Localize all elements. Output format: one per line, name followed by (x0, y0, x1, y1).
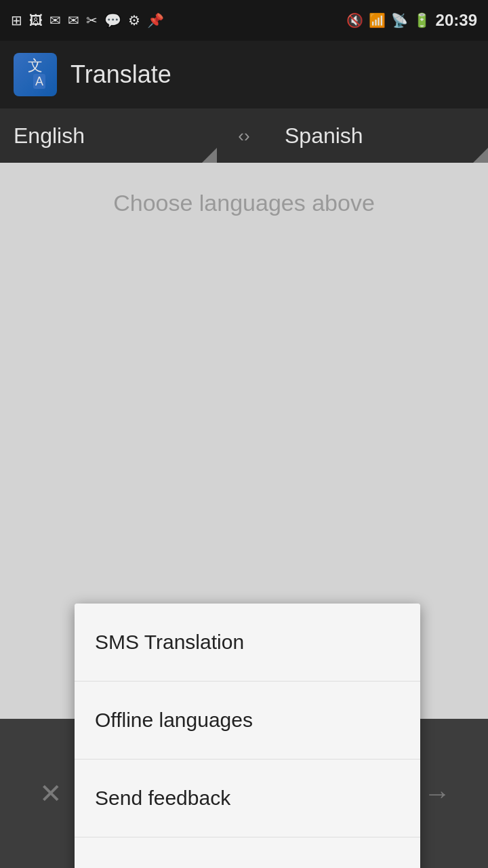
menu-item-settings-label: Settings (95, 865, 168, 869)
app-bar: 文A Translate (0, 41, 488, 108)
target-language-text: Spanish (285, 123, 363, 149)
status-icons-right: 🔇 📶 📡 🔋 20:39 (346, 11, 477, 30)
close-icon: ✕ (39, 778, 62, 809)
wifi-icon: 📶 (369, 12, 386, 28)
menu-item-offline-languages-label: Offline languages (95, 709, 253, 732)
chevron-right-icon: › (244, 125, 250, 146)
battery-icon: 🔋 (413, 12, 430, 28)
status-icons-left: ⊞ 🖼 ✉ ✉ ✂ 💬 ⚙ 📌 (11, 12, 164, 28)
forward-icon: → (424, 778, 451, 809)
chevron-left-icon: ‹ (238, 125, 244, 146)
target-language-dropdown-arrow (473, 148, 488, 163)
signal-icon: 📡 (391, 12, 408, 28)
steam-icon: ⚙ (128, 12, 140, 28)
dropdown-menu: SMS Translation Offline languages Send f… (75, 604, 420, 868)
swap-languages-button[interactable]: ‹ › (217, 108, 271, 163)
app-icon: 文A (14, 53, 57, 96)
chat-icon: 💬 (104, 12, 121, 28)
status-time: 20:39 (436, 11, 477, 30)
forward-button[interactable]: → (413, 770, 461, 817)
menu-item-offline-languages[interactable]: Offline languages (75, 682, 420, 760)
close-button[interactable]: ✕ (27, 770, 75, 817)
menu-item-settings[interactable]: Settings (75, 837, 420, 868)
language-bar: English ‹ › Spanish (0, 108, 488, 163)
menu-item-send-feedback-label: Send feedback (95, 787, 230, 810)
source-language-selector[interactable]: English (0, 108, 217, 163)
mail-icon-1: ✉ (49, 12, 61, 28)
target-language-selector[interactable]: Spanish (271, 108, 488, 163)
source-language-dropdown-arrow (202, 148, 217, 163)
translate-icon: 文A (28, 56, 43, 94)
pin-icon: 📌 (147, 12, 164, 28)
menu-item-sms-translation-label: SMS Translation (95, 631, 244, 654)
scissors-icon: ✂ (86, 12, 98, 28)
add-icon: ⊞ (11, 12, 22, 28)
app-title: Translate (70, 60, 171, 89)
menu-item-sms-translation[interactable]: SMS Translation (75, 604, 420, 682)
mute-icon: 🔇 (346, 12, 363, 28)
image-icon: 🖼 (29, 13, 43, 28)
placeholder-text: Choose languages above (113, 190, 375, 216)
menu-item-send-feedback[interactable]: Send feedback (75, 760, 420, 837)
status-bar: ⊞ 🖼 ✉ ✉ ✂ 💬 ⚙ 📌 🔇 📶 📡 🔋 20:39 (0, 0, 488, 41)
source-language-text: English (14, 123, 85, 149)
mail-icon-2: ✉ (68, 12, 79, 28)
